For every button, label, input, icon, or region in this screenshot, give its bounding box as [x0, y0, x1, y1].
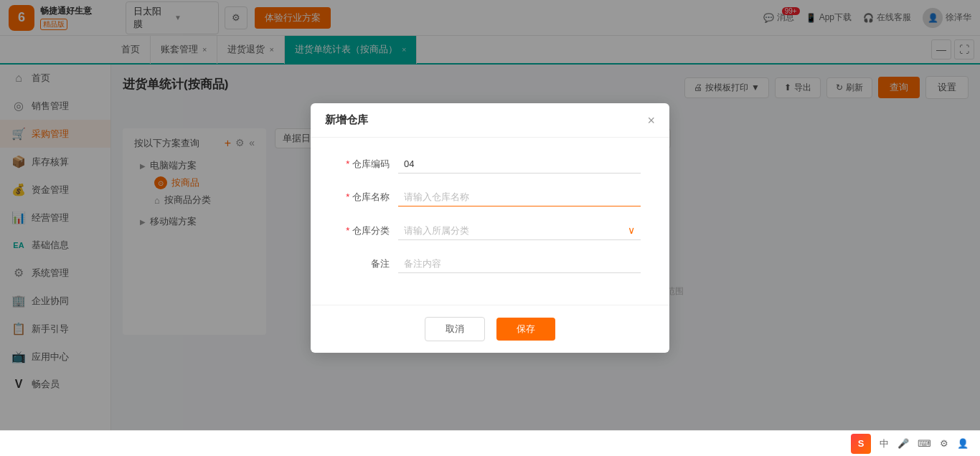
form-row-category: 仓库分类 请输入所属分类 ∨	[339, 221, 641, 240]
warehouse-code-input[interactable]	[398, 155, 641, 174]
notes-label: 备注	[339, 257, 390, 270]
modal-header: 新增仓库 ×	[311, 103, 669, 138]
save-button[interactable]: 保存	[496, 318, 555, 341]
cancel-button[interactable]: 取消	[425, 317, 485, 341]
bottom-settings-icon[interactable]: ⚙	[940, 438, 948, 449]
bottom-bar: S 中 🎤 ⌨ ⚙ 👤	[0, 430, 980, 456]
chinese-input-icon[interactable]: 中	[880, 437, 889, 450]
modal-overlay: 新增仓库 × 仓库编码 仓库名称 仓库分类 请输入所属分类 ∨	[0, 0, 980, 456]
s-brand-icon: S	[851, 434, 871, 454]
microphone-icon[interactable]: 🎤	[897, 438, 909, 449]
warehouse-name-input[interactable]	[398, 188, 641, 206]
modal-close-button[interactable]: ×	[647, 114, 655, 127]
new-warehouse-modal: 新增仓库 × 仓库编码 仓库名称 仓库分类 请输入所属分类 ∨	[311, 103, 669, 353]
warehouse-code-label: 仓库编码	[339, 158, 390, 171]
form-row-notes: 备注	[339, 255, 641, 273]
form-row-name: 仓库名称	[339, 188, 641, 206]
form-row-code: 仓库编码	[339, 155, 641, 174]
warehouse-name-label: 仓库名称	[339, 191, 390, 204]
warehouse-category-select-wrap[interactable]: 请输入所属分类 ∨	[398, 221, 641, 240]
select-arrow-icon: ∨	[628, 224, 635, 236]
bottom-user-icon[interactable]: 👤	[957, 438, 969, 449]
modal-title: 新增仓库	[325, 113, 368, 127]
modal-body: 仓库编码 仓库名称 仓库分类 请输入所属分类 ∨ 备注	[311, 138, 669, 305]
warehouse-category-label: 仓库分类	[339, 224, 390, 237]
notes-input[interactable]	[398, 255, 641, 273]
warehouse-category-select[interactable]: 请输入所属分类	[404, 225, 628, 236]
modal-footer: 取消 保存	[311, 305, 669, 353]
keyboard-icon[interactable]: ⌨	[918, 438, 931, 449]
